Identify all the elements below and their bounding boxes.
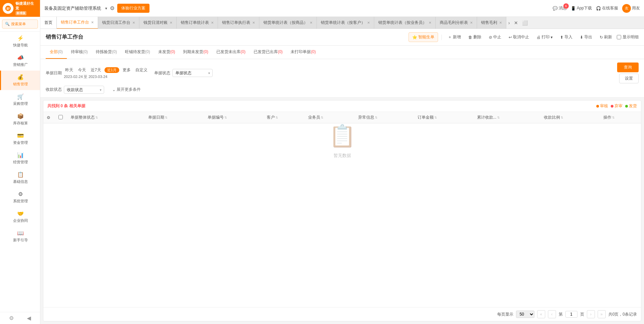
sort-icon[interactable]: ⇅ [165,116,168,119]
payment-select[interactable]: 收款状态 [64,86,104,94]
nav-label: 营销推广 [13,62,28,67]
tab-close-icon[interactable]: ✕ [211,21,214,25]
toolbar-ship-button[interactable]: 发货 [625,103,637,109]
detail-checkbox-label[interactable]: 显示明细 [617,34,639,40]
tab-close-icon[interactable]: ✕ [132,21,135,25]
sub-tab-all[interactable]: 全部(0) [46,46,67,59]
industry-button[interactable]: 体验行业方案 [117,4,149,13]
message-action[interactable]: 💬 消息 6 [553,5,567,11]
sort-icon[interactable]: ⇅ [375,116,378,119]
settings-button[interactable]: ⚙ [9,315,14,321]
tab-close-icon[interactable]: ✕ [91,21,94,24]
sidebar-item-inventory[interactable]: 📦库存核算 [0,110,40,129]
header-settings-button[interactable]: ⚙ [110,5,115,11]
tab-sales_stat_product[interactable]: 销货单统计表（按商品）✕ [259,17,317,29]
sort-icon[interactable]: ⇅ [321,116,324,119]
tab-sales_stat_customer[interactable]: 销货单统计表（按客户）✕ [317,17,374,29]
sub-tab-not_printed[interactable]: 未打印单据(0) [287,46,320,59]
query-button[interactable]: 查询 [617,63,639,72]
system-dropdown-button[interactable]: ▾ [105,6,107,11]
sub-tab-shipped_not_out[interactable]: 已发货未出库(0) [212,46,250,59]
print-button[interactable]: 🖨 打印 ▾ [534,33,555,41]
toolbar-review-button[interactable]: 审核 [596,103,608,109]
tab-sales_stat_staff[interactable]: 销货单统计表（按业务员）✕ [374,17,436,29]
cancel-stop-button[interactable]: ↩ 取消中止 [506,33,532,41]
sub-tab-wangpu[interactable]: 旺铺待发货(0) [121,46,154,59]
tab-close-icon[interactable]: ✕ [429,21,431,25]
app-download-action[interactable]: 📱 App下载 [571,5,592,11]
service-action[interactable]: 🎧 在线客服 [596,5,618,11]
tab-product_margin[interactable]: 商品毛利分析表✕ [436,17,477,29]
sidebar-item-basic[interactable]: 📋基础信息 [0,168,40,188]
toolbar-cancel_review-button[interactable]: 弃审 [611,103,622,109]
table-wrapper[interactable]: ⚙单据整体状态⇅单据日期⇅单据编号⇅客户⇅业务员⇅异常信息⇅订单金额⇅累计收款.… [43,112,641,307]
sidebar-item-system[interactable]: ⚙系统管理 [0,188,40,207]
tab-close-icon[interactable]: ✕ [170,21,172,25]
set-button[interactable]: 设置 [619,74,639,83]
smart-create-button[interactable]: ⭐ 智能生单 [409,32,438,42]
import-button[interactable]: ⬆ 导入 [557,33,575,41]
tab-nav-right[interactable]: › [506,20,512,26]
tab-sales_profit[interactable]: 销售毛利✕ [477,17,506,29]
tab-sales_stat[interactable]: 销售订单统计表✕ [177,17,218,29]
sidebar-item-coop[interactable]: 🤝企业协同 [0,207,40,227]
tab-sales_exec[interactable]: 销售订单执行表✕ [218,17,259,29]
sub-tab-shipped_out[interactable]: 已发货已出库(0) [250,46,287,59]
col-check[interactable] [54,112,67,123]
sidebar-item-finance[interactable]: 💳资金管理 [0,129,40,149]
col-setting[interactable]: ⚙ [43,112,54,123]
status-select[interactable]: 单据状态 [172,69,213,77]
sidebar-item-sales[interactable]: 💰销售管理 [0,71,40,90]
sidebar-item-operation[interactable]: 📊经营管理 [0,149,40,168]
sort-icon[interactable]: ⇅ [95,116,98,119]
sub-tab-not_shipped[interactable]: 未发货(0) [154,46,179,59]
next-page-button[interactable]: › [587,310,595,318]
tab-close-icon[interactable]: ✕ [470,21,473,25]
prev-page-button[interactable]: ‹ [548,310,556,318]
tab-home[interactable]: 首页 [40,17,57,29]
select-all-checkbox[interactable] [58,115,63,119]
date-option-btn[interactable]: 自定义 [134,67,149,74]
sidebar-item-marketing[interactable]: 📣营销推广 [0,51,40,71]
sort-icon[interactable]: ⇅ [561,116,563,119]
date-option-btn[interactable]: 更多 [121,67,132,74]
stop-button[interactable]: ⊘ 中止 [486,33,504,41]
date-option-btn[interactable]: 近1月 [104,67,119,73]
first-page-button[interactable]: « [537,310,545,318]
tab-close-all-button[interactable]: ✕ [512,20,520,26]
date-option-btn[interactable]: 昨天 [64,67,75,74]
tab-close-icon[interactable]: ✕ [310,21,312,25]
tab-close-icon[interactable]: ✕ [499,21,502,25]
sidebar-item-purchase[interactable]: 🛒采购管理 [0,90,40,110]
refresh-button[interactable]: ↻ 刷新 [597,33,615,41]
tab-close-icon[interactable]: ✕ [252,21,255,25]
sort-icon[interactable]: ⇅ [434,116,437,119]
sidebar-item-guide[interactable]: 📖新手引导 [0,227,40,246]
search-menu-button[interactable]: 🔍 搜索菜单 [2,19,38,29]
date-option-btn[interactable]: 近7天 [89,67,102,74]
add-button[interactable]: ＋ 新增 [445,33,464,41]
sort-icon[interactable]: ⇅ [224,116,227,119]
sub-tab-pending[interactable]: 待审核(0) [67,46,92,59]
delete-button[interactable]: 🗑 删除 [466,33,484,41]
tab-maximize-button[interactable]: ⬜ [520,20,530,26]
page-size-select[interactable]: 102050100 [516,311,534,318]
expand-filter-button[interactable]: ⌄ 展开更多条件 [110,85,143,94]
tab-sales_order[interactable]: 销售订单工作台✕ [57,17,98,29]
sidebar-item-quick[interactable]: ⚡快捷导航 [0,32,40,51]
tab-cash_reconcile[interactable]: 钱货日清对账✕ [139,17,177,29]
page-input[interactable] [565,311,577,318]
last-page-button[interactable]: » [598,310,606,318]
collapse-button[interactable]: ◀ [27,315,31,321]
sort-icon[interactable]: ⇅ [612,116,615,119]
sort-icon[interactable]: ⇅ [497,116,500,119]
tab-close-icon[interactable]: ✕ [367,21,370,25]
sub-tab-expired_not_shipped[interactable]: 到期未发货(0) [179,46,212,59]
detail-checkbox[interactable] [617,35,621,39]
export-button[interactable]: ⬇ 导出 [577,33,595,41]
sort-icon[interactable]: ⇅ [275,116,278,119]
user-action[interactable]: 友 用友 [622,4,640,13]
sub-tab-pending_check[interactable]: 待拣验货(0) [92,46,121,59]
date-option-btn[interactable]: 今天 [77,67,87,74]
tab-cash_daily[interactable]: 钱货日清工作台✕ [98,17,139,29]
